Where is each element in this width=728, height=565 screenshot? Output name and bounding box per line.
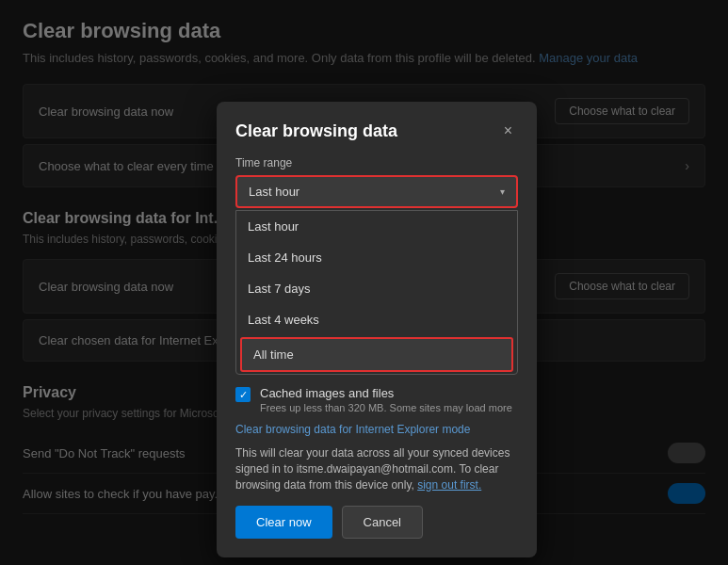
- sync-notice: This will clear your data across all you…: [235, 445, 518, 492]
- option-last-hour[interactable]: Last hour: [236, 211, 517, 242]
- option-last-24h[interactable]: Last 24 hours: [236, 242, 517, 273]
- clear-browsing-dialog: Clear browsing data × Time range Last ho…: [217, 102, 537, 557]
- cached-images-checkbox[interactable]: [235, 387, 251, 402]
- time-range-label: Time range: [235, 156, 518, 170]
- dialog-header: Clear browsing data ×: [235, 121, 518, 141]
- chevron-down-icon: ▾: [500, 186, 505, 197]
- dialog-actions: Clear now Cancel: [235, 506, 518, 539]
- selected-option-label: Last hour: [249, 185, 299, 199]
- cached-images-sublabel: Frees up less than 320 MB. Some sites ma…: [260, 402, 512, 413]
- dialog-close-btn[interactable]: ×: [498, 121, 518, 141]
- time-range-dropdown[interactable]: Last hour ▾: [235, 175, 518, 208]
- dropdown-list: Last hour Last 24 hours Last 7 days Last…: [235, 210, 518, 375]
- clear-now-btn[interactable]: Clear now: [235, 506, 332, 539]
- ie-mode-link[interactable]: Clear browsing data for Internet Explore…: [235, 423, 518, 436]
- dialog-title: Clear browsing data: [235, 121, 397, 141]
- cached-images-text: Cached images and files Frees up less th…: [260, 386, 512, 413]
- cancel-btn[interactable]: Cancel: [342, 506, 423, 539]
- cached-images-label: Cached images and files: [260, 386, 512, 400]
- option-all-time[interactable]: All time: [240, 337, 513, 372]
- sign-out-link[interactable]: sign out first.: [417, 478, 481, 492]
- cached-images-row: Cached images and files Frees up less th…: [235, 386, 518, 413]
- option-last-7d[interactable]: Last 7 days: [236, 273, 517, 304]
- option-last-4w[interactable]: Last 4 weeks: [236, 304, 517, 335]
